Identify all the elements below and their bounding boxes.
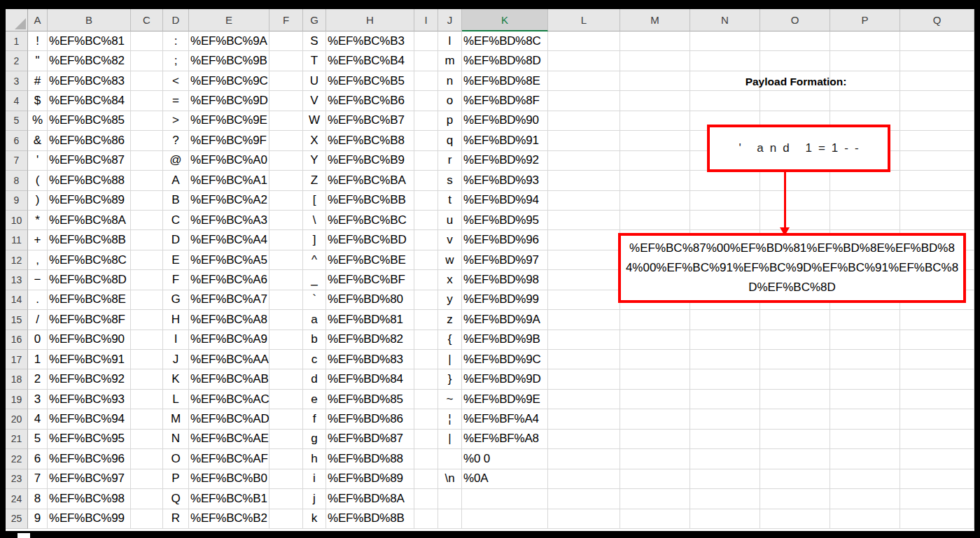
- cell-E23[interactable]: %EF%BC%B0: [189, 469, 270, 489]
- row-header-11[interactable]: 11: [6, 230, 28, 250]
- cell-G9[interactable]: [: [303, 191, 326, 211]
- cell-H3[interactable]: %EF%BC%B5: [326, 71, 414, 91]
- cell-E25[interactable]: %EF%BC%B2: [189, 509, 270, 529]
- cell-D22[interactable]: O: [163, 449, 189, 469]
- cell-I12[interactable]: [414, 250, 438, 270]
- cell-M22[interactable]: [620, 449, 690, 469]
- cell-K12[interactable]: %EF%BD%97: [462, 250, 548, 270]
- row-header-14[interactable]: 14: [6, 290, 28, 310]
- cell-D19[interactable]: L: [163, 390, 189, 409]
- cell-I10[interactable]: [414, 211, 438, 230]
- cell-K11[interactable]: %EF%BD%96: [462, 230, 548, 250]
- column-header-K[interactable]: K: [462, 9, 548, 31]
- cell-O25[interactable]: [760, 509, 830, 529]
- cell-D6[interactable]: ?: [163, 131, 189, 150]
- cell-P11[interactable]: [830, 230, 900, 250]
- row-header-4[interactable]: 4: [6, 91, 28, 111]
- cell-O13[interactable]: [760, 270, 830, 290]
- cell-L8[interactable]: [548, 171, 620, 190]
- cell-H21[interactable]: %EF%BD%87: [326, 430, 414, 449]
- cell-N10[interactable]: [690, 211, 760, 230]
- column-header-E[interactable]: E: [189, 9, 270, 31]
- cell-O18[interactable]: [760, 369, 830, 389]
- cell-L14[interactable]: [548, 290, 620, 310]
- cell-F1[interactable]: [270, 31, 303, 51]
- cell-F22[interactable]: [270, 449, 303, 469]
- cell-Q2[interactable]: [900, 51, 974, 71]
- column-header-L[interactable]: L: [548, 9, 620, 31]
- cell-B22[interactable]: %EF%BC%96: [48, 449, 131, 469]
- cell-L23[interactable]: [548, 469, 620, 489]
- cell-L13[interactable]: [548, 270, 620, 290]
- cell-B18[interactable]: %EF%BC%92: [48, 369, 131, 389]
- cell-L7[interactable]: [548, 151, 620, 171]
- cell-N8[interactable]: [690, 171, 760, 190]
- cell-Q5[interactable]: [900, 111, 974, 131]
- cell-K25[interactable]: [462, 509, 548, 529]
- cell-A19[interactable]: 3: [28, 390, 48, 409]
- cell-C21[interactable]: [131, 430, 163, 449]
- cell-L6[interactable]: [548, 131, 620, 150]
- cell-N24[interactable]: [690, 489, 760, 509]
- cell-I22[interactable]: [414, 449, 438, 469]
- cell-J18[interactable]: }: [438, 369, 462, 389]
- cell-N18[interactable]: [690, 369, 760, 389]
- cell-L9[interactable]: [548, 191, 620, 211]
- cell-B7[interactable]: %EF%BC%87: [48, 151, 131, 171]
- cell-F16[interactable]: [270, 330, 303, 350]
- cell-I2[interactable]: [414, 51, 438, 71]
- cell-G11[interactable]: ]: [303, 230, 326, 250]
- cell-E7[interactable]: %EF%BC%A0: [189, 151, 270, 171]
- cell-I5[interactable]: [414, 111, 438, 131]
- cell-K10[interactable]: %EF%BD%95: [462, 211, 548, 230]
- cell-D9[interactable]: B: [163, 191, 189, 211]
- cell-G12[interactable]: ^: [303, 250, 326, 270]
- cell-A7[interactable]: ': [28, 151, 48, 171]
- cell-E10[interactable]: %EF%BC%A3: [189, 211, 270, 230]
- cell-L3[interactable]: [548, 71, 620, 91]
- row-header-7[interactable]: 7: [6, 151, 28, 171]
- cell-E24[interactable]: %EF%BC%B1: [189, 489, 270, 509]
- cell-G25[interactable]: k: [303, 509, 326, 529]
- cell-C22[interactable]: [131, 449, 163, 469]
- cell-O5[interactable]: [760, 111, 830, 131]
- cell-F9[interactable]: [270, 191, 303, 211]
- cell-C10[interactable]: [131, 211, 163, 230]
- cell-M7[interactable]: [620, 151, 690, 171]
- cell-P20[interactable]: [830, 409, 900, 429]
- cell-Q23[interactable]: [900, 469, 974, 489]
- cell-L25[interactable]: [548, 509, 620, 529]
- cell-N17[interactable]: [690, 350, 760, 369]
- cell-N22[interactable]: [690, 449, 760, 469]
- cell-B8[interactable]: %EF%BC%88: [48, 171, 131, 190]
- cell-J13[interactable]: x: [438, 270, 462, 290]
- column-header-Q[interactable]: Q: [900, 9, 974, 31]
- cell-Q4[interactable]: [900, 91, 974, 111]
- cell-C20[interactable]: [131, 409, 163, 429]
- cell-O7[interactable]: [760, 151, 830, 171]
- cell-I3[interactable]: [414, 71, 438, 91]
- cell-F15[interactable]: [270, 310, 303, 330]
- cell-N7[interactable]: [690, 151, 760, 171]
- cell-H23[interactable]: %EF%BD%89: [326, 469, 414, 489]
- cell-K9[interactable]: %EF%BD%94: [462, 191, 548, 211]
- cell-P14[interactable]: [830, 290, 900, 310]
- cell-H25[interactable]: %EF%BD%8B: [326, 509, 414, 529]
- cell-L10[interactable]: [548, 211, 620, 230]
- cell-Q22[interactable]: [900, 449, 974, 469]
- cell-C25[interactable]: [131, 509, 163, 529]
- cell-P15[interactable]: [830, 310, 900, 330]
- cell-A4[interactable]: $: [28, 91, 48, 111]
- cell-N6[interactable]: [690, 131, 760, 150]
- cell-Q17[interactable]: [900, 350, 974, 369]
- cell-G19[interactable]: e: [303, 390, 326, 409]
- cell-F20[interactable]: [270, 409, 303, 429]
- cell-A3[interactable]: #: [28, 71, 48, 91]
- cell-B11[interactable]: %EF%BC%8B: [48, 230, 131, 250]
- cell-P6[interactable]: [830, 131, 900, 150]
- cell-N16[interactable]: [690, 330, 760, 350]
- cell-P25[interactable]: [830, 509, 900, 529]
- cell-E17[interactable]: %EF%BC%AA: [189, 350, 270, 369]
- cell-O8[interactable]: [760, 171, 830, 190]
- cell-K3[interactable]: %EF%BD%8E: [462, 71, 548, 91]
